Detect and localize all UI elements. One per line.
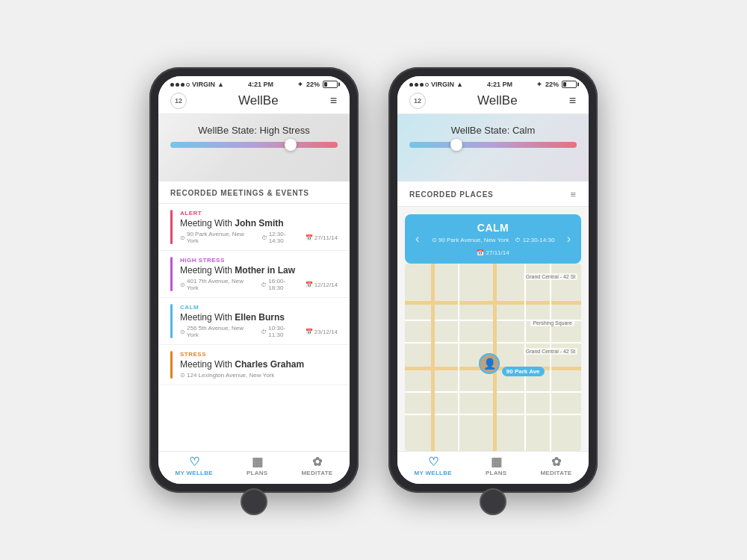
hamburger-right[interactable]: ≡ bbox=[569, 94, 577, 108]
meeting-title-pre-0: Meeting With bbox=[180, 218, 235, 228]
nav-plans-left[interactable]: ▦ PLANS bbox=[247, 456, 268, 476]
home-button-right[interactable] bbox=[480, 488, 506, 515]
section-header-left: RECORDED MEETINGS & EVENTS bbox=[158, 181, 350, 204]
signal-dots bbox=[170, 83, 190, 87]
phones-container: VIRGIN ▲ 4:21 PM ✦ 22% 12 WellBe ≡ bbox=[149, 67, 598, 493]
meeting-label-1: HIGH STRESS bbox=[180, 257, 338, 264]
map-label-grandcentral2: Grand Central - 42 St bbox=[524, 348, 578, 355]
status-bar-left: VIRGIN ▲ 4:21 PM ✦ 22% bbox=[158, 76, 350, 90]
nav-plans-label-left: PLANS bbox=[247, 470, 268, 476]
status-right-right: ✦ 22% bbox=[536, 81, 577, 88]
carrier-right: VIRGIN bbox=[431, 81, 454, 88]
nav-bar-left: 12 WellBe ≡ bbox=[158, 90, 350, 114]
meditate-icon-right: ✿ bbox=[551, 456, 561, 468]
meeting-meta-2: ⊙ 256 5th Avenue, New York ⏱ 10:30-11:30… bbox=[180, 325, 338, 338]
meeting-title-pre-1: Meeting With bbox=[180, 265, 235, 276]
location-3: ⊙ 124 Lexington Avenue, New York bbox=[180, 372, 274, 379]
stress-area-left: WellBe State: High Stress bbox=[158, 114, 350, 181]
nav-meditate-right[interactable]: ✿ MEDITATE bbox=[540, 456, 571, 476]
stress-text-left: WellBe State: High Stress bbox=[158, 114, 350, 136]
time-0: ⏱ 12:30-14:30 bbox=[261, 231, 300, 244]
battery-left bbox=[323, 81, 338, 88]
meeting-item-1[interactable]: HIGH STRESS Meeting With Mother in Law ⊙… bbox=[158, 251, 350, 298]
stripe-alert bbox=[170, 210, 173, 244]
places-location: ⊙ 90 Park Avenue, New York bbox=[432, 237, 509, 243]
meeting-item-2[interactable]: CALM Meeting With Ellen Burns ⊙ 256 5th … bbox=[158, 298, 350, 345]
nav-title-right: WellBe bbox=[477, 93, 518, 108]
nav-mywellbe-right[interactable]: ♡ MY WELLBE bbox=[414, 456, 452, 476]
rdot4 bbox=[425, 83, 429, 87]
meeting-label-2: CALM bbox=[180, 304, 338, 311]
hamburger-left[interactable]: ≡ bbox=[330, 94, 338, 108]
stress-indicator-right bbox=[450, 139, 462, 151]
bt-icon-right: ✦ bbox=[536, 81, 542, 88]
meeting-bold-1: Mother in Law bbox=[235, 265, 295, 276]
dot3 bbox=[181, 83, 185, 87]
map-road-v1 bbox=[431, 264, 435, 451]
meetings-list: ALERT Meeting With John Smith ⊙ 90 Park … bbox=[158, 204, 350, 451]
home-button-left[interactable] bbox=[241, 488, 267, 515]
nav-plans-right[interactable]: ▦ PLANS bbox=[486, 456, 507, 476]
signal-dots-right bbox=[409, 83, 429, 87]
stress-area-right: WellBe State: Calm bbox=[397, 114, 589, 181]
stress-text-right: WellBe State: Calm bbox=[397, 114, 589, 136]
meeting-title-pre-2: Meeting With bbox=[180, 312, 235, 323]
bottom-nav-left: ♡ MY WELLBE ▦ PLANS ✿ MEDITATE bbox=[158, 451, 350, 484]
phone-right: VIRGIN ▲ 4:21 PM ✦ 22% 12 WellBe ≡ bbox=[388, 67, 598, 493]
bt-icon-left: ✦ bbox=[297, 81, 303, 88]
map-road-v5 bbox=[550, 264, 551, 451]
rdot1 bbox=[409, 83, 413, 87]
map-road-v4 bbox=[524, 264, 526, 451]
meeting-title-0: Meeting With John Smith bbox=[180, 218, 338, 228]
map-road-v2 bbox=[458, 264, 459, 451]
battery-fill-left bbox=[324, 82, 327, 87]
rdot2 bbox=[415, 83, 418, 87]
nav-title-left: WellBe bbox=[238, 93, 279, 108]
time-right: 4:21 PM bbox=[487, 81, 512, 88]
battery-pct-left: 22% bbox=[306, 81, 320, 88]
list-icon-right[interactable]: ≡ bbox=[571, 189, 577, 200]
nav-badge-left: 12 bbox=[170, 93, 187, 109]
places-card: ‹ CALM ⊙ 90 Park Avenue, New York ⏱ 12:3… bbox=[405, 214, 581, 264]
meeting-meta-3: ⊙ 124 Lexington Avenue, New York bbox=[180, 372, 338, 379]
phone-left-screen: VIRGIN ▲ 4:21 PM ✦ 22% 12 WellBe ≡ bbox=[158, 76, 350, 484]
map-label-pershing: Pershing Square bbox=[530, 320, 574, 326]
phone-right-screen: VIRGIN ▲ 4:21 PM ✦ 22% 12 WellBe ≡ bbox=[397, 76, 589, 484]
stripe-stress bbox=[170, 351, 173, 379]
content-right: RECORDED PLACES ≡ ‹ CALM ⊙ 90 Park Avenu… bbox=[397, 181, 589, 451]
nav-mywellbe-label-left: MY WELLBE bbox=[175, 470, 213, 476]
status-bar-right: VIRGIN ▲ 4:21 PM ✦ 22% bbox=[397, 76, 589, 90]
meeting-item-0[interactable]: ALERT Meeting With John Smith ⊙ 90 Park … bbox=[158, 204, 350, 251]
stripe-calm bbox=[170, 304, 173, 338]
location-0: ⊙ 90 Park Avenue, New York bbox=[180, 231, 255, 244]
time-1: ⏱ 16:00-18:30 bbox=[261, 278, 300, 291]
battery-fill-right bbox=[563, 82, 566, 87]
nav-plans-label-right: PLANS bbox=[486, 470, 507, 476]
meeting-title-1: Meeting With Mother in Law bbox=[180, 265, 338, 276]
location-2: ⊙ 256 5th Avenue, New York bbox=[180, 325, 255, 338]
meeting-bold-2: Ellen Burns bbox=[235, 312, 285, 323]
meeting-label-0: ALERT bbox=[180, 210, 338, 217]
meeting-info-3: STRESS Meeting With Charles Graham ⊙ 124… bbox=[180, 351, 338, 379]
nav-meditate-label-left: MEDITATE bbox=[301, 470, 332, 476]
places-time: ⏱ 12:30-14:30 bbox=[515, 237, 554, 243]
meditate-icon-left: ✿ bbox=[312, 456, 322, 468]
wifi-icon-left: ▲ bbox=[217, 81, 224, 88]
status-left-right: VIRGIN ▲ bbox=[409, 81, 463, 88]
places-card-meta: ⊙ 90 Park Avenue, New York ⏱ 12:30-14:30… bbox=[419, 237, 566, 256]
rdot3 bbox=[420, 83, 424, 87]
section-header-right: RECORDED PLACES ≡ bbox=[397, 181, 589, 207]
meeting-meta-0: ⊙ 90 Park Avenue, New York ⏱ 12:30-14:30… bbox=[180, 231, 338, 244]
plans-icon-left: ▦ bbox=[252, 456, 263, 468]
dot1 bbox=[170, 83, 174, 87]
date-1: 📅 12/12/14 bbox=[306, 278, 338, 291]
meeting-meta-1: ⊙ 401 7th Avenue, New York ⏱ 16:00-18:30… bbox=[180, 278, 338, 291]
arrow-right-icon[interactable]: › bbox=[567, 232, 571, 246]
meeting-bold-3: Charles Graham bbox=[235, 359, 304, 370]
map-highlight-parkave: 90 Park Ave bbox=[502, 367, 545, 376]
nav-mywellbe-left[interactable]: ♡ MY WELLBE bbox=[175, 456, 213, 476]
section-header-text-right: RECORDED PLACES bbox=[409, 190, 494, 199]
content-left: RECORDED MEETINGS & EVENTS ALERT Meeting… bbox=[158, 181, 350, 451]
meeting-item-3[interactable]: STRESS Meeting With Charles Graham ⊙ 124… bbox=[158, 345, 350, 385]
nav-meditate-left[interactable]: ✿ MEDITATE bbox=[301, 456, 332, 476]
